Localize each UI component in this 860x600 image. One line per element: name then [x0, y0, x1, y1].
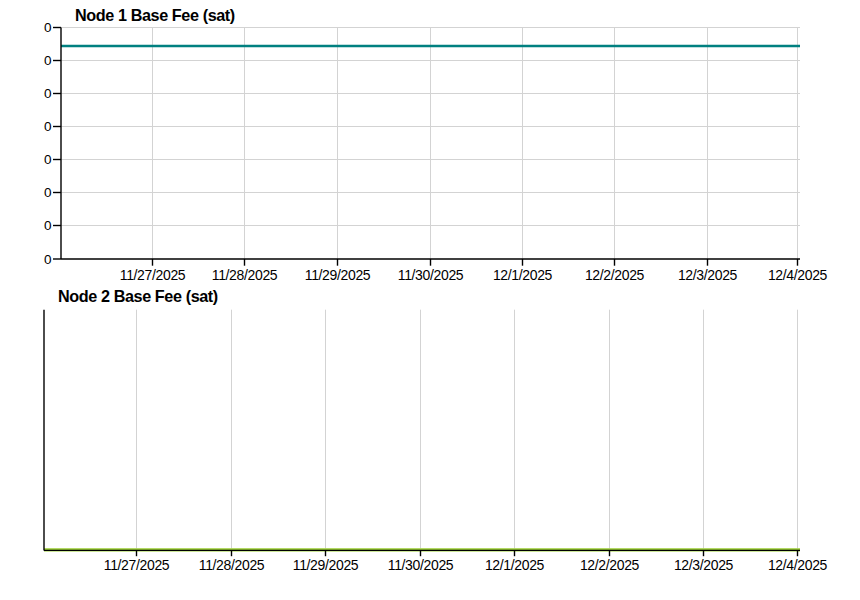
svg-text:11/29/2025: 11/29/2025: [293, 557, 359, 573]
svg-text:0: 0: [44, 152, 52, 167]
svg-text:12/4/2025: 12/4/2025: [768, 557, 828, 573]
svg-text:0: 0: [44, 218, 52, 233]
svg-text:11/28/2025: 11/28/2025: [199, 557, 265, 573]
svg-text:Node 1 Base Fee (sat): Node 1 Base Fee (sat): [75, 6, 235, 24]
svg-text:12/3/2025: 12/3/2025: [678, 267, 738, 283]
svg-text:12/1/2025: 12/1/2025: [493, 267, 553, 283]
svg-text:Node 2 Base Fee (sat): Node 2 Base Fee (sat): [58, 287, 218, 305]
svg-text:11/27/2025: 11/27/2025: [120, 267, 186, 283]
svg-text:11/30/2025: 11/30/2025: [388, 557, 454, 573]
svg-text:12/2/2025: 12/2/2025: [580, 557, 640, 573]
svg-text:0: 0: [44, 53, 52, 68]
svg-text:0: 0: [44, 119, 52, 134]
svg-text:0: 0: [44, 252, 52, 267]
svg-text:11/30/2025: 11/30/2025: [398, 267, 464, 283]
svg-text:12/2/2025: 12/2/2025: [585, 267, 645, 283]
svg-text:0: 0: [44, 20, 52, 35]
svg-text:11/27/2025: 11/27/2025: [104, 557, 170, 573]
svg-text:0: 0: [44, 185, 52, 200]
svg-text:0: 0: [44, 86, 52, 101]
svg-text:12/1/2025: 12/1/2025: [485, 557, 545, 573]
svg-text:12/4/2025: 12/4/2025: [768, 267, 828, 283]
svg-text:11/28/2025: 11/28/2025: [212, 267, 278, 283]
svg-text:12/3/2025: 12/3/2025: [674, 557, 734, 573]
svg-text:11/29/2025: 11/29/2025: [305, 267, 371, 283]
